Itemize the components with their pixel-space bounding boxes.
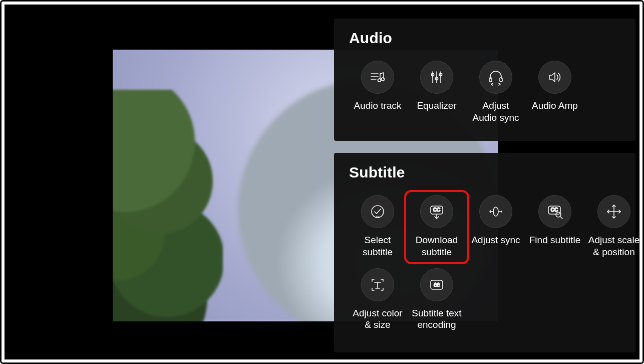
- equalizer-button[interactable]: Equalizer: [408, 60, 465, 124]
- cc-check-icon: cc: [361, 195, 394, 228]
- svg-point-3: [378, 79, 381, 82]
- video-player-screen: Audio: [5, 5, 639, 359]
- audio-options-grid: Audio track: [349, 60, 622, 124]
- svg-point-18: [493, 207, 498, 216]
- audio-track-button[interactable]: Audio track: [349, 60, 406, 124]
- adjust-scale-position-button[interactable]: Adjust scale & position: [585, 194, 639, 258]
- svg-text:cc: cc: [376, 215, 380, 219]
- find-subtitle-button[interactable]: CC Find subtitle: [526, 194, 583, 258]
- download-subtitle-label: Download subtitle: [416, 234, 458, 258]
- adjust-audio-sync-button[interactable]: Adjust Audio sync: [467, 60, 524, 124]
- select-subtitle-button[interactable]: cc Select subtitle: [349, 194, 406, 258]
- move-arrows-icon: [597, 195, 630, 228]
- headphones-sync-icon: [479, 61, 512, 94]
- audio-panel: Audio: [334, 19, 635, 141]
- adjust-color-size-button[interactable]: Adjust color & size: [349, 267, 406, 331]
- audio-track-label: Audio track: [354, 100, 401, 112]
- adjust-audio-sync-label: Adjust Audio sync: [473, 100, 519, 124]
- svg-text:CC: CC: [433, 207, 440, 213]
- window-frame: Audio: [0, 0, 644, 364]
- equalizer-icon: [420, 61, 453, 94]
- subtitle-text-encoding-button[interactable]: ĉĉ Subtitle text encoding: [408, 267, 465, 331]
- cc-download-icon: CC: [420, 195, 453, 228]
- audio-panel-title: Audio: [349, 30, 622, 47]
- download-subtitle-button[interactable]: CC Download subtitle: [408, 194, 465, 258]
- svg-text:ĉĉ: ĉĉ: [434, 282, 440, 288]
- subtitle-options-grid: cc Select subtitle CC: [349, 194, 622, 331]
- cc-search-icon: CC: [538, 195, 571, 228]
- subtitle-text-encoding-label: Subtitle text encoding: [412, 307, 461, 331]
- audio-track-icon: [361, 61, 394, 94]
- speaker-volume-icon: [538, 61, 571, 94]
- subtitle-panel-title: Subtitle: [349, 164, 622, 181]
- svg-text:CC: CC: [551, 207, 558, 213]
- audio-amp-button[interactable]: Audio Amp: [526, 60, 583, 124]
- text-frame-icon: [361, 268, 394, 301]
- subtitle-panel: Subtitle cc Select subtitle: [334, 153, 635, 352]
- video-still-tree: [113, 90, 223, 321]
- svg-point-4: [382, 78, 385, 81]
- adjust-color-size-label: Adjust color & size: [353, 307, 402, 331]
- equalizer-label: Equalizer: [417, 100, 456, 112]
- adjust-scale-position-label: Adjust scale & position: [588, 234, 639, 258]
- adjust-subtitle-sync-button[interactable]: Adjust sync: [467, 194, 524, 258]
- svg-line-24: [560, 217, 562, 219]
- audio-amp-label: Audio Amp: [532, 100, 578, 112]
- cc-encoding-icon: ĉĉ: [420, 268, 453, 301]
- sync-arrows-icon: [479, 195, 512, 228]
- adjust-subtitle-sync-label: Adjust sync: [471, 234, 520, 246]
- select-subtitle-label: Select subtitle: [363, 234, 393, 258]
- find-subtitle-label: Find subtitle: [529, 234, 580, 246]
